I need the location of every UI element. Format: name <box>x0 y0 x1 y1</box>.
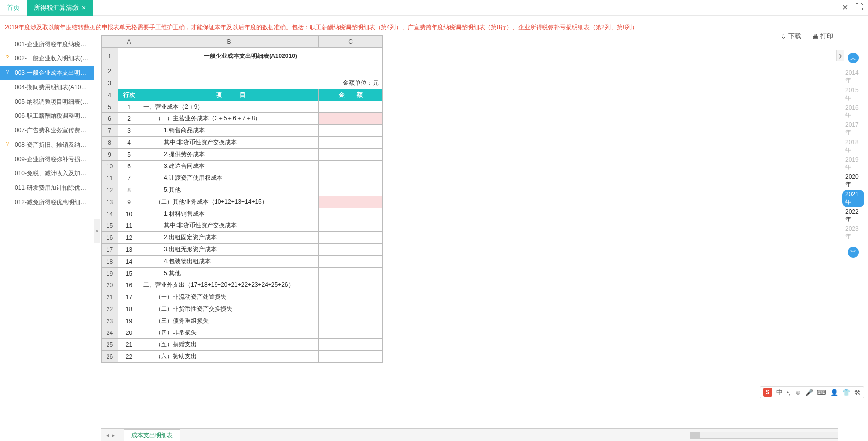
sidebar-item-002[interactable]: ?002-一般企业收入明细表(A10... <box>0 52 94 66</box>
col-header[interactable]: 11 <box>102 172 118 184</box>
cell[interactable]: 13 <box>118 244 140 256</box>
col-header[interactable]: 26 <box>102 351 118 363</box>
help-icon[interactable]: ? <box>6 141 9 147</box>
ime-lang-label[interactable]: 中 <box>776 388 783 397</box>
cell[interactable]: 8 <box>118 184 140 196</box>
cell[interactable]: 4.包装物出租成本 <box>140 256 319 268</box>
cell[interactable]: 2.提供劳务成本 <box>140 149 319 161</box>
cell[interactable]: 7 <box>118 172 140 184</box>
tab-home[interactable]: 首页 <box>0 0 27 16</box>
year-option[interactable]: 2021年 <box>842 190 864 207</box>
cell[interactable]: （三）债务重组损失 <box>140 315 319 327</box>
close-icon[interactable]: × <box>82 0 86 16</box>
col-header[interactable]: 25 <box>102 339 118 351</box>
cell[interactable] <box>319 196 383 208</box>
maximize-icon[interactable]: ⛶ <box>855 3 863 12</box>
close-window-icon[interactable]: ✕ <box>842 3 848 12</box>
sidebar-item-006[interactable]: 006-职工薪酬纳税调整明细... <box>0 109 94 123</box>
year-option[interactable]: 2022年 <box>842 207 864 224</box>
cell[interactable] <box>319 208 383 220</box>
help-icon[interactable]: ? <box>6 69 9 75</box>
cell[interactable]: 15 <box>118 268 140 279</box>
cell[interactable] <box>319 327 383 339</box>
col-header[interactable]: 10 <box>102 161 118 172</box>
cell[interactable]: 6 <box>118 161 140 172</box>
cell[interactable] <box>319 244 383 256</box>
cell[interactable]: 12 <box>118 232 140 244</box>
spreadsheet-area[interactable]: ABC1一般企业成本支出明细表(A102010)23金额单位：元4行次项 目金 … <box>94 35 868 427</box>
unit-label[interactable]: 金额单位：元 <box>118 77 383 89</box>
sidebar-item-005[interactable]: 005-纳税调整项目明细表(A... <box>0 95 94 109</box>
cell[interactable]: 其中:非货币性资产交换成本 <box>140 137 319 149</box>
cell[interactable] <box>319 137 383 149</box>
cell[interactable] <box>319 220 383 232</box>
col-header[interactable]: 9 <box>102 149 118 161</box>
sidebar-item-009[interactable]: 009-企业所得税弥补亏损明... <box>0 152 94 166</box>
cell[interactable] <box>319 113 383 125</box>
col-header[interactable]: C <box>319 36 383 48</box>
ime-tool-icon[interactable]: 🛠 <box>854 389 861 396</box>
col-header[interactable]: 6 <box>102 113 118 125</box>
cell[interactable]: （一）主营业务成本（3＋5＋6＋7＋8） <box>140 113 319 125</box>
cell[interactable]: 20 <box>118 327 140 339</box>
cell[interactable] <box>319 184 383 196</box>
col-header[interactable]: 21 <box>102 291 118 303</box>
cell[interactable]: 行次 <box>118 89 140 101</box>
col-header[interactable]: 2 <box>102 65 118 77</box>
cell[interactable]: 22 <box>118 351 140 363</box>
cell[interactable]: 2.出租固定资产成本 <box>140 232 319 244</box>
col-header[interactable]: 23 <box>102 315 118 327</box>
col-header[interactable]: A <box>118 36 140 48</box>
sidebar-item-008[interactable]: ?008-资产折旧、摊销及纳税... <box>0 138 94 152</box>
col-header[interactable]: 5 <box>102 101 118 113</box>
col-header[interactable]: 12 <box>102 184 118 196</box>
cell[interactable] <box>319 172 383 184</box>
cell[interactable] <box>319 315 383 327</box>
cell[interactable]: 21 <box>118 339 140 351</box>
cell[interactable]: 9 <box>118 196 140 208</box>
tab-active[interactable]: 所得税汇算清缴 × <box>27 0 93 16</box>
year-scroll-up-icon[interactable]: ︽ <box>848 53 859 63</box>
cell[interactable]: （二）非货币性资产交换损失 <box>140 303 319 315</box>
col-header[interactable]: 17 <box>102 244 118 256</box>
col-header[interactable]: 13 <box>102 196 118 208</box>
cell[interactable] <box>319 291 383 303</box>
cell[interactable]: 其中:非货币性资产交换成本 <box>140 220 319 232</box>
cell[interactable] <box>319 339 383 351</box>
ime-punct-icon[interactable]: •, <box>787 389 791 396</box>
cell[interactable]: 二、营业外支出（17+18+19+20+21+22+23+24+25+26） <box>140 279 319 291</box>
cell[interactable]: 5.其他 <box>140 184 319 196</box>
sidebar-item-010[interactable]: 010-免税、减计收入及加计... <box>0 166 94 181</box>
cell[interactable]: 17 <box>118 291 140 303</box>
cell[interactable]: 10 <box>118 208 140 220</box>
col-header[interactable]: 18 <box>102 256 118 268</box>
cell[interactable]: 3.建造合同成本 <box>140 161 319 172</box>
cell[interactable]: 一、营业成本（2＋9） <box>140 101 319 113</box>
cell[interactable] <box>319 232 383 244</box>
col-header[interactable]: 1 <box>102 48 118 65</box>
col-header[interactable]: 7 <box>102 125 118 137</box>
cell[interactable]: 11 <box>118 220 140 232</box>
cell[interactable]: 1 <box>118 101 140 113</box>
col-header[interactable]: 3 <box>102 77 118 89</box>
cell[interactable]: 18 <box>118 303 140 315</box>
cell[interactable]: （二）其他业务成本（10+12+13+14+15） <box>140 196 319 208</box>
cell[interactable]: 5 <box>118 149 140 161</box>
cell[interactable] <box>319 256 383 268</box>
ime-toolbar[interactable]: S 中 •, ☺ 🎤 ⌨ 👤 👕 🛠 <box>760 386 864 398</box>
cell[interactable] <box>319 161 383 172</box>
cell[interactable]: 14 <box>118 256 140 268</box>
cell[interactable] <box>319 279 383 291</box>
cell[interactable]: 16 <box>118 279 140 291</box>
cell[interactable]: 3.出租无形资产成本 <box>140 244 319 256</box>
sidebar-item-007[interactable]: 007-广告费和业务宣传费跨... <box>0 123 94 138</box>
col-header[interactable]: 22 <box>102 303 118 315</box>
ime-emoji-icon[interactable]: ☺ <box>795 389 801 396</box>
cell[interactable] <box>319 101 383 113</box>
ime-skin-icon[interactable]: 👕 <box>842 389 850 396</box>
cell[interactable] <box>118 65 383 77</box>
cell[interactable] <box>319 268 383 279</box>
cell[interactable] <box>319 303 383 315</box>
year-option[interactable]: 2020年 <box>842 172 864 190</box>
cell[interactable]: （五）捐赠支出 <box>140 339 319 351</box>
